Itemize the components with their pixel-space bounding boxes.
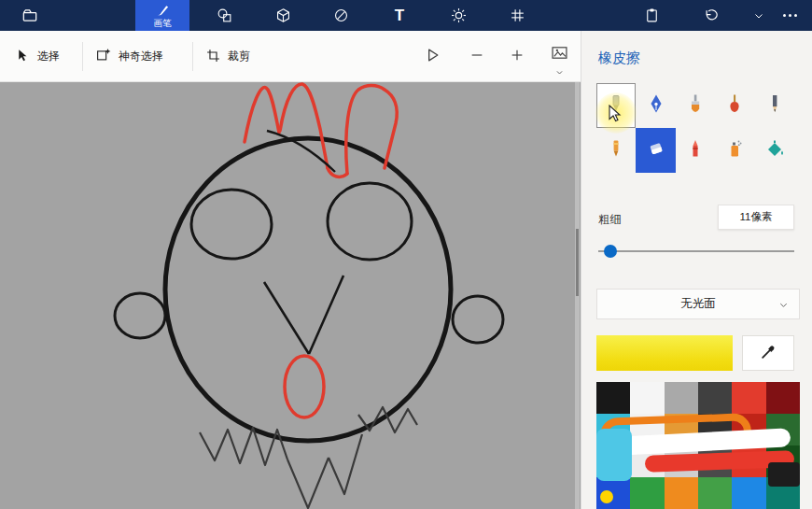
palette-color[interactable] [665,414,698,445]
undo-button[interactable] [694,0,726,31]
pencil-icon [763,92,786,119]
paste-icon [643,7,661,24]
tab-brushes-label: 画笔 [154,18,172,28]
calligraphy-pen-icon [645,92,667,119]
palette-color[interactable] [596,477,630,509]
crop-button[interactable]: 裁剪 [205,31,250,82]
palette-color[interactable] [596,382,630,414]
toolbar-divider [82,42,83,71]
tab-brushes[interactable]: 画笔 [135,0,189,31]
canvas-scrollbar-thumb[interactable] [576,229,579,296]
menu-icon [21,7,39,25]
palette-color[interactable] [732,477,765,509]
palette-color[interactable] [630,414,664,445]
preview-button[interactable] [420,45,444,69]
image-icon [550,43,569,66]
thickness-slider[interactable] [598,242,794,261]
chevron-down-icon [778,300,789,313]
brush-tools-grid [596,83,794,173]
chevron-down-icon [753,10,764,21]
menu-button[interactable] [9,0,50,31]
tab-stickers[interactable] [312,0,370,31]
select-button[interactable]: 选择 [15,31,60,82]
tool-oil-brush[interactable] [676,83,715,128]
canvas-view-expand-button[interactable] [553,66,566,78]
eraser-icon [645,137,667,163]
marker-icon [605,92,627,119]
zoom-in-button[interactable] [505,45,529,69]
toolbar-expand-button[interactable] [747,0,771,31]
ribbon-toolbar: 选择 神奇选择 裁剪 [0,31,581,82]
palette-color[interactable] [766,445,800,477]
canvas-scrollbar[interactable] [575,82,580,509]
palette-color[interactable] [698,477,732,509]
crop-icon [205,48,221,66]
palette-color[interactable] [732,414,765,445]
sticker-icon [332,7,350,24]
paint3d-window: 画笔 T [0,0,812,509]
palette-color[interactable] [766,382,800,414]
select-label: 选择 [37,49,60,64]
cube-icon [274,7,292,24]
palette-color[interactable] [766,477,800,509]
finish-dropdown[interactable]: 无光面 [596,289,800,319]
current-color-swatch[interactable] [596,335,733,371]
palette-color[interactable] [630,382,664,414]
eyedropper-icon [760,343,777,363]
tool-fill-bucket[interactable] [755,128,794,173]
brush-side-panel: 橡皮擦 [581,31,812,509]
eyedropper-button[interactable] [742,335,794,371]
drawing-canvas[interactable] [0,82,581,509]
palette-color[interactable] [766,414,800,445]
undo-icon [702,7,720,24]
paste-button[interactable] [636,0,667,31]
tab-canvas[interactable] [488,0,546,31]
tab-text[interactable]: T [371,0,428,31]
palette-color[interactable] [630,477,664,509]
chevron-down-icon [555,64,564,80]
minus-icon [469,48,484,66]
magic-select-label: 神奇选择 [119,49,163,64]
zoom-out-button[interactable] [465,45,489,69]
more-icon [783,14,797,17]
palette-color[interactable] [698,382,732,414]
crop-label: 裁剪 [228,49,250,64]
palette-color[interactable] [732,445,765,477]
palette-color[interactable] [665,477,698,509]
palette-color[interactable] [698,414,732,445]
tab-3d-shapes[interactable] [254,0,312,31]
palette-color[interactable] [665,382,698,414]
palette-color[interactable] [732,382,765,414]
tool-pixel-pen[interactable] [596,128,636,173]
magic-select-button[interactable]: 神奇选择 [95,31,163,82]
canvas-icon [509,7,526,24]
more-button[interactable] [775,0,805,31]
tool-pencil[interactable] [755,83,794,128]
palette-color[interactable] [596,445,630,477]
tool-crayon[interactable] [676,128,715,173]
palette-color[interactable] [596,414,630,445]
select-arrow-icon [15,48,31,66]
play-icon [423,46,441,68]
palette-color[interactable] [698,445,732,477]
tool-marker[interactable] [596,83,636,128]
pixel-pen-icon [605,137,627,163]
tab-2d-shapes[interactable] [195,0,253,31]
thickness-value-box[interactable]: 11像素 [718,205,794,230]
tool-eraser[interactable] [636,128,675,173]
palette-color[interactable] [630,445,664,477]
top-menu-bar: 画笔 T [0,0,812,31]
slider-thumb[interactable] [604,245,617,258]
canvas-drawing [0,82,581,509]
palette-color[interactable] [665,445,698,477]
fill-bucket-icon [763,137,786,163]
watercolor-brush-icon [723,92,746,119]
tool-watercolor-brush[interactable] [715,83,754,128]
toolbar-divider [192,42,193,71]
plus-icon [510,48,525,66]
finish-dropdown-value: 无光面 [680,296,716,312]
slider-track[interactable] [598,250,794,252]
tool-spray-can[interactable] [715,128,754,173]
tab-effects[interactable] [429,0,487,31]
tool-calligraphy-pen[interactable] [636,83,675,128]
